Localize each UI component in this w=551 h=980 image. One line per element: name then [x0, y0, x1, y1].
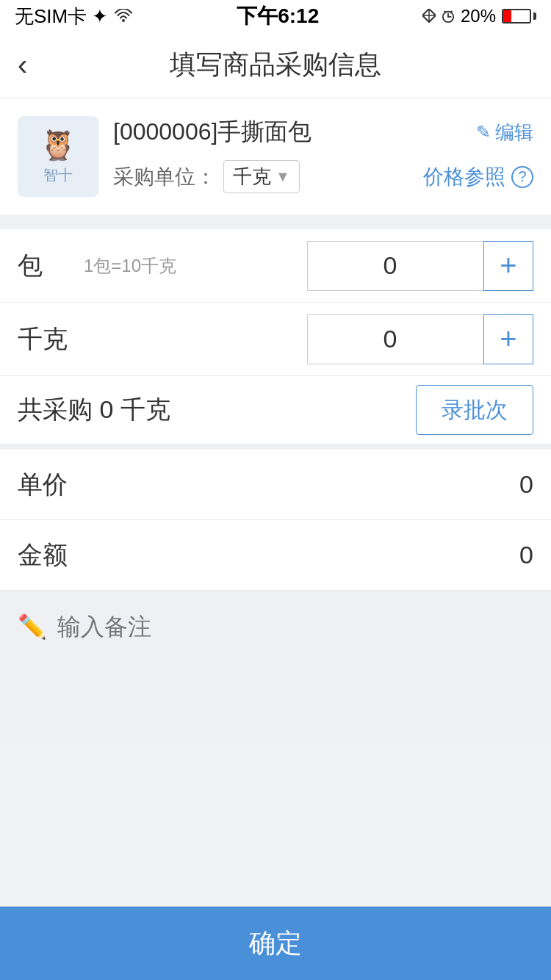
kg-plus-button[interactable]: + — [483, 314, 533, 364]
wifi-icon — [114, 9, 133, 24]
product-card: 🦉 智十 [0000006]手撕面包 ✎ 编辑 采购单位： 千克 ▼ — [0, 98, 551, 220]
remark-input[interactable] — [57, 611, 533, 723]
unit-price-value: 0 — [519, 470, 533, 499]
bag-sub-label: 1包=10千克 — [84, 254, 307, 278]
pencil-icon: ✏️ — [18, 613, 47, 641]
location-icon — [422, 9, 436, 24]
status-left: 无SIM卡 ✦ — [15, 4, 133, 29]
svg-point-0 — [122, 19, 125, 22]
bag-quantity-input[interactable] — [307, 241, 483, 291]
edit-button[interactable]: ✎ 编辑 — [476, 120, 533, 145]
product-unit-row: 采购单位： 千克 ▼ 价格参照 ? — [113, 160, 533, 193]
edit-icon: ✎ — [476, 122, 491, 143]
price-info-section: 单价 0 金额 0 — [0, 450, 551, 591]
unit-dropdown-arrow: ▼ — [276, 168, 290, 185]
product-info: [0000006]手撕面包 ✎ 编辑 采购单位： 千克 ▼ 价格参照 ? — [113, 116, 533, 193]
amount-label: 金额 — [18, 538, 68, 572]
product-name-row: [0000006]手撕面包 ✎ 编辑 — [113, 116, 533, 148]
unit-price-label: 单价 — [18, 468, 68, 502]
unit-select[interactable]: 千克 ▼ — [223, 160, 300, 193]
nav-bar: ‹ 填写商品采购信息 — [0, 32, 551, 98]
confirm-label: 确定 — [249, 926, 302, 962]
summary-row: 共采购 0 千克 录批次 — [0, 376, 551, 450]
bag-input-right: + — [307, 241, 533, 291]
bag-plus-button[interactable]: + — [483, 241, 533, 291]
remark-section: ✏️ — [0, 591, 551, 743]
product-logo-text: 智十 — [43, 165, 73, 185]
status-time: 下午6:12 — [237, 2, 319, 30]
status-bar: 无SIM卡 ✦ 下午6:12 20% — [0, 0, 551, 32]
product-image: 🦉 智十 — [18, 116, 98, 197]
price-reference-button[interactable]: 价格参照 ? — [423, 163, 533, 191]
status-right: 20% — [422, 6, 536, 26]
main-content: 🦉 智十 [0000006]手撕面包 ✎ 编辑 采购单位： 千克 ▼ — [0, 98, 551, 817]
back-button[interactable]: ‹ — [18, 48, 27, 82]
product-logo: 🦉 — [40, 128, 76, 162]
page-title: 填写商品采购信息 — [170, 47, 381, 83]
kg-input-row: 千克 + — [0, 303, 551, 376]
batch-button[interactable]: 录批次 — [416, 385, 533, 435]
kg-quantity-input[interactable] — [307, 314, 483, 364]
bag-input-row: 包 1包=10千克 + — [0, 229, 551, 303]
summary-amount: 0 — [99, 395, 113, 423]
price-ref-icon: ? — [511, 166, 533, 188]
unit-label: 采购单位： — [113, 163, 216, 191]
kg-label: 千克 — [18, 323, 76, 356]
bag-label: 包 — [18, 249, 76, 283]
alarm-icon — [442, 9, 455, 24]
product-name: [0000006]手撕面包 — [113, 116, 311, 148]
amount-row: 金额 0 — [0, 520, 551, 591]
amount-value: 0 — [519, 541, 533, 569]
battery-percent: 20% — [461, 6, 496, 26]
section-divider-1 — [0, 220, 551, 229]
summary-text: 共采购 0 千克 — [18, 393, 170, 427]
confirm-bar[interactable]: 确定 — [0, 907, 551, 980]
battery-icon — [502, 9, 536, 24]
unit-price-row: 单价 0 — [0, 450, 551, 520]
kg-input-right: + — [307, 314, 533, 364]
sim-status: 无SIM卡 ✦ — [15, 4, 108, 29]
input-section: 包 1包=10千克 + 千克 + — [0, 229, 551, 376]
